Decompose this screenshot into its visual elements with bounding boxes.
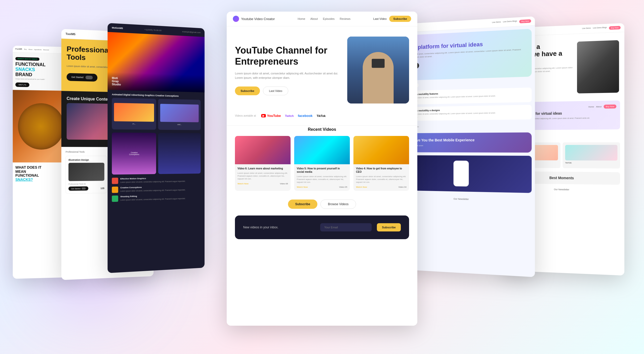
cc-nav-logo: Youtube Video Creator	[233, 16, 275, 22]
r2-funm5-nav-links: Home About Buy Now	[588, 105, 616, 109]
r2-tiktok-img	[565, 145, 617, 161]
video4-watch[interactable]: Watch Now	[356, 186, 367, 188]
toolm5-logo: ToolM5	[66, 32, 75, 36]
cc-logo-text: Youtube Video Creator	[241, 17, 275, 21]
snacks-title-cyan: SNACKS	[15, 67, 35, 72]
cc-nav-reviews[interactable]: Reviews	[340, 17, 351, 20]
motionm5-section-title: Animated Digital Advertising Graphics Cr…	[112, 93, 201, 98]
motionm5-hero-img: MotiGrapStudio	[108, 32, 205, 92]
motionm5-item2-title: Creative Conceptions	[120, 185, 201, 189]
motionm5-img1: CreativeConceptions	[112, 133, 156, 175]
video4-footer: Watch Now Video 04	[356, 186, 406, 188]
r1-mobile-phone	[453, 160, 469, 186]
video4-desc: Lorem ipsum dolor sit amet, consectetur …	[356, 175, 406, 184]
cc-last-video-btn[interactable]: Last Video	[263, 87, 288, 95]
video-card-5: Video 5: How to present yourself in soci…	[294, 136, 350, 191]
r2-funm5-buynow[interactable]: Buy Now	[604, 105, 616, 109]
cc-platforms-label: Videos aveiable at	[235, 114, 256, 117]
motionm5-item2-desc: Lorem ipsum dolor sit amet, consectetur …	[120, 188, 201, 193]
snacks-logo: FunM5	[15, 48, 22, 50]
motionm5-item3-desc: Lorem ipsum dolor sit amet, consectetur …	[120, 197, 201, 201]
youtube-badge: ▶ YouTube	[261, 114, 281, 118]
video6-footer: Watch Now Video 06	[238, 183, 288, 185]
r2-funm5-nav-home[interactable]: Home	[588, 106, 594, 108]
motionm5-mini1: Pr...	[112, 98, 156, 130]
snacks-cookie-image	[13, 90, 69, 163]
toolm5-tool1-get-started[interactable]: Get Started	[69, 186, 88, 191]
tiktok-badge: TikTok	[317, 114, 325, 117]
youtube-creator-card: Youtube Video Creator Home About Episode…	[227, 12, 417, 326]
r2-tiktok-label: TIKTOK	[565, 162, 617, 164]
cc-nav-episodes[interactable]: Episodes	[323, 17, 335, 20]
snacks-hero-sub: Unique taste and beneficial for your hea…	[15, 78, 67, 81]
toolm5-toggle[interactable]	[86, 76, 93, 80]
video4-info: Video 4: How to get from employee to CEO…	[353, 164, 409, 191]
r1-feature2-readmore[interactable]: Read More →	[408, 115, 496, 118]
cc-hero-camera	[372, 59, 385, 68]
cc-nav-subscribe-btn[interactable]: Subscribe	[389, 16, 411, 22]
cc-email-submit[interactable]: Subscribe	[377, 223, 401, 231]
cc-hero-title: YouTube Channel for Entrepreneurs	[235, 45, 341, 67]
r1-grad-desc: Lorem ipsum dolor sit amet	[400, 144, 526, 147]
motionm5-mini2: and...	[158, 99, 201, 130]
snacks-nav-discover[interactable]: Discover	[43, 49, 49, 51]
r1-feature2-title: Futuristic neo/utility e designs	[408, 108, 496, 112]
r2-nav-buynow[interactable]: Buy Now	[609, 26, 621, 30]
motionm5-mini-cards: Pr... and...	[112, 98, 201, 130]
cc-nav-right: Last Video Subscribe	[373, 16, 411, 22]
r1-nav-buynow[interactable]: Buy Now	[519, 19, 531, 23]
toolm5-tool1-img	[69, 163, 104, 181]
video5-info: Video 5: How to present yourself in soci…	[294, 164, 350, 191]
video5-title: Video 5: How to present yourself in soci…	[297, 167, 347, 174]
cc-nav-about[interactable]: About	[310, 17, 318, 20]
r1-nav-liveblogs[interactable]: Live Demo Blogs	[503, 20, 517, 24]
r1-nav-livedemo[interactable]: Live Demo	[492, 21, 501, 25]
toolm5-tool1-title: Illustration Design	[69, 159, 104, 161]
r1-grad-title: We Can Give You the Best Mobile Experien…	[400, 138, 526, 142]
motionm5-hero-overlay: MotiGrapStudio	[108, 72, 205, 92]
yt-rect: ▶	[261, 114, 266, 117]
snacks-hero: NEWEST HEALTHY SNACK FUNCTIONAL SNACKS B…	[13, 52, 69, 91]
toolm5-tool1-btn-row: Get Started 12$	[69, 186, 104, 191]
separator1	[227, 125, 417, 126]
motionm5-icon-motion	[112, 178, 118, 184]
cc-logo-circle	[233, 16, 239, 22]
toolm5-hero-btn[interactable]: Get Started	[67, 73, 97, 82]
r2-nav-liveblogs[interactable]: Live Demo Blogs	[593, 27, 607, 30]
video-card-4: Video 4: How to get from employee to CEO…	[353, 136, 409, 191]
motionm5-item-creative: Creative Conceptions Lorem ipsum dolor s…	[112, 185, 201, 193]
snacks-nav-ingredients[interactable]: Ingredients	[34, 49, 42, 50]
video6-number: Video 06	[280, 183, 288, 185]
video6-watch[interactable]: Watch Now	[238, 183, 249, 185]
cc-recent-videos: Recent Videos Video 6: Learn more about …	[227, 127, 417, 197]
motionm5-item-shooting: Shooting Editing Lorem ipsum dolor sit a…	[112, 194, 201, 202]
cc-nav-lastvideo[interactable]: Last Video	[373, 17, 387, 20]
cc-recent-title: Recent Videos	[235, 127, 409, 132]
toolm5-tool1-price: 12$	[100, 187, 104, 189]
r2-funm5-nav-about[interactable]: About	[596, 106, 601, 108]
r2-hero-image	[577, 40, 619, 93]
snacks-cyan-word: SNACKS?	[15, 177, 33, 182]
cc-bottom-subscribe[interactable]: Subscribe	[288, 200, 317, 209]
twitch-badge: Twitch	[285, 114, 294, 117]
r2-nav-livedemo[interactable]: Live Demo	[582, 27, 591, 31]
cc-hero: YouTube Channel for Entrepreneurs Lorem …	[227, 26, 417, 111]
snacks-card: FunM5 Buy About Ingredients Discover NEW…	[13, 46, 69, 279]
cc-hero-btns: Subscribe Last Video	[235, 87, 341, 95]
snacks-hero-btn[interactable]: WAIT (?!)	[15, 83, 29, 87]
cc-nav-home[interactable]: Home	[298, 17, 305, 20]
motionm5-mini1-label: Pr...	[133, 123, 136, 125]
cc-subscribe-btn[interactable]: Subscribe	[235, 87, 260, 95]
video-card-6: Video 6: Learn more about marketing Lore…	[235, 136, 291, 191]
video5-watch[interactable]: Watch Now	[297, 186, 308, 188]
cc-email-section: New videos in your inbox. Subscribe	[235, 215, 409, 239]
motionm5-icon-creative	[112, 187, 118, 193]
snacks-nav-buy[interactable]: Buy	[24, 48, 27, 50]
snacks-nav-about[interactable]: About	[28, 48, 32, 50]
cc-email-input[interactable]	[320, 223, 372, 231]
video4-title: Video 4: How to get from employee to CEO	[356, 167, 406, 174]
tool1-toggle[interactable]	[81, 187, 86, 189]
video6-title: Video 6: Learn more about marketing	[238, 167, 288, 170]
motionm5-icon-shooting	[112, 195, 118, 202]
cc-browse-videos[interactable]: Browse Videos	[320, 200, 356, 209]
